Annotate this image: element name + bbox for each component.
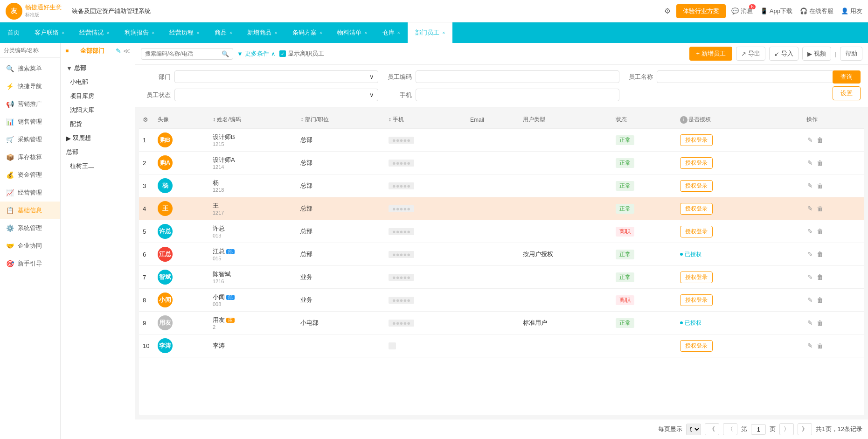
authorize-btn[interactable]: 授权登录: [680, 203, 713, 215]
col-dept[interactable]: ↕ 部门/职位: [297, 111, 384, 129]
delete-btn[interactable]: 🗑: [817, 136, 823, 144]
nav-profit[interactable]: 利润报告 ×: [117, 22, 162, 43]
video-button[interactable]: ▶ 视频: [802, 47, 831, 61]
dept-select[interactable]: ∨: [174, 70, 378, 83]
emp-name-input[interactable]: [657, 70, 861, 83]
delete-btn[interactable]: 🗑: [817, 159, 823, 167]
edit-btn[interactable]: ✎: [807, 273, 813, 281]
authorize-btn[interactable]: 授权登录: [680, 134, 713, 146]
delete-btn[interactable]: 🗑: [817, 228, 823, 235]
authorize-btn[interactable]: 授权登录: [680, 226, 713, 237]
employee-name: 杨: [213, 179, 293, 187]
delete-btn[interactable]: 🗑: [817, 205, 823, 212]
import-button[interactable]: ↙ 导入: [769, 47, 799, 61]
edit-btn[interactable]: ✎: [807, 296, 813, 304]
authorize-btn[interactable]: 授权登录: [680, 180, 713, 192]
dept-item-zongbu-parent[interactable]: ▼ 总部: [61, 61, 135, 75]
checkbox-icon: ✓: [279, 50, 286, 57]
sidebar-item-finance[interactable]: 💰资金管理: [0, 166, 60, 184]
first-page-btn[interactable]: 《: [705, 423, 719, 435]
col-name[interactable]: ↕ 姓名/编码: [209, 111, 297, 129]
reset-button[interactable]: 设置: [833, 86, 861, 100]
app-download-button[interactable]: 📱 App下载: [760, 7, 792, 15]
nav-warehouse[interactable]: 仓库 ×: [375, 22, 408, 43]
collapse-icon[interactable]: ≪: [123, 47, 130, 55]
online-service-button[interactable]: 🎧 在线客服: [800, 7, 833, 15]
authorize-btn[interactable]: 授权登录: [680, 272, 713, 283]
last-page-btn[interactable]: 》: [798, 423, 812, 435]
more-actions-icon[interactable]: |: [835, 50, 836, 57]
sidebar-item-basic[interactable]: 📋基础信息: [0, 202, 60, 219]
more-filter-btn[interactable]: ▼ 更多条件 ∧: [237, 49, 276, 58]
settings-icon[interactable]: ⚙: [664, 7, 671, 15]
col-phone[interactable]: ↕ 手机: [385, 111, 466, 129]
authorize-btn[interactable]: 授权登录: [680, 294, 713, 306]
sidebar-search-input[interactable]: [4, 47, 61, 54]
sidebar-item-operation[interactable]: 📈经营管理: [0, 184, 60, 202]
edit-dept-icon[interactable]: ✎: [116, 47, 121, 55]
nav-material[interactable]: 物料清单 ×: [330, 22, 375, 43]
sidebar-item-nav[interactable]: ⚡快捷导航: [0, 77, 60, 95]
dept-item-zongbu[interactable]: 总部: [61, 145, 135, 159]
user-button[interactable]: 👤 用友: [841, 7, 862, 15]
delete-btn[interactable]: 🗑: [817, 251, 823, 258]
nav-dept-staff[interactable]: 部门员工 ×: [408, 22, 452, 43]
nav-goods[interactable]: 商品 ×: [207, 22, 240, 43]
edit-btn[interactable]: ✎: [807, 342, 813, 349]
edit-btn[interactable]: ✎: [807, 205, 813, 212]
sidebar-item-system[interactable]: ⚙️系统管理: [0, 219, 60, 237]
nav-new-goods[interactable]: 新增商品 ×: [240, 22, 285, 43]
per-page-select[interactable]: 50 100: [686, 424, 701, 435]
delete-btn[interactable]: 🗑: [817, 273, 823, 281]
export-button[interactable]: ↗ 导出: [736, 47, 765, 61]
show-resigned-toggle[interactable]: ✓ 显示离职员工: [279, 49, 324, 58]
edit-btn[interactable]: ✎: [807, 182, 813, 189]
sidebar-item-marketing[interactable]: 📢营销推广: [0, 95, 60, 113]
content-area: 🔍 ▼ 更多条件 ∧ ✓ 显示离职员工 + 新增员工 ↗ 导出 ↙ 导入: [135, 43, 868, 439]
search-input[interactable]: [145, 50, 220, 57]
nav-history[interactable]: 经营历程 ×: [162, 22, 207, 43]
authorize-btn[interactable]: 授权登录: [680, 340, 713, 352]
sidebar-item-guide[interactable]: 🎯新手引导: [0, 255, 60, 272]
next-page-btn[interactable]: 〉: [779, 423, 794, 435]
col-gear[interactable]: ⚙: [139, 111, 154, 129]
try-button[interactable]: 体验行业方案: [676, 4, 726, 18]
add-employee-button[interactable]: + 新增员工: [689, 47, 732, 61]
nav-business[interactable]: 经营情况 ×: [72, 22, 117, 43]
delete-btn[interactable]: 🗑: [817, 182, 823, 189]
nav-customer[interactable]: 客户联络 ×: [27, 22, 72, 43]
dept-item-zhishu[interactable]: 植树王二: [61, 159, 135, 173]
search-submit-icon[interactable]: 🔍: [222, 50, 229, 57]
sidebar-item-inventory[interactable]: 📦库存核算: [0, 148, 60, 166]
delete-btn[interactable]: 🗑: [817, 319, 823, 327]
dept-item-shuanglu[interactable]: ▶ 双鹿想: [61, 131, 135, 145]
delete-btn[interactable]: 🗑: [817, 296, 823, 304]
current-page-input[interactable]: [751, 424, 766, 435]
dept-item-peihuo[interactable]: 配货: [61, 117, 135, 131]
emp-code-input[interactable]: [416, 70, 619, 83]
sidebar-item-sales[interactable]: 📊销售管理: [0, 113, 60, 131]
nav-home[interactable]: 首页: [0, 22, 27, 43]
edit-btn[interactable]: ✎: [807, 251, 813, 258]
dept-item-shenyang[interactable]: 沈阳大库: [61, 103, 135, 117]
message-button[interactable]: 💬 消息 6: [731, 7, 753, 15]
edit-btn[interactable]: ✎: [807, 136, 813, 144]
sidebar-item-purchase[interactable]: 🛒采购管理: [0, 131, 60, 148]
delete-btn[interactable]: 🗑: [817, 342, 823, 349]
sidebar-item-collab[interactable]: 🤝企业协同: [0, 237, 60, 255]
help-button[interactable]: 帮助: [840, 47, 862, 61]
row-name-cell: 杨 1218: [209, 174, 297, 197]
sidebar-item-search[interactable]: 🔍搜索菜单: [0, 60, 60, 77]
edit-btn[interactable]: ✎: [807, 159, 813, 167]
edit-btn[interactable]: ✎: [807, 319, 813, 327]
phone-input[interactable]: [416, 89, 619, 101]
nav-barcode[interactable]: 条码方案 ×: [285, 22, 330, 43]
prev-page-btn[interactable]: 〈: [723, 423, 737, 435]
dept-item-xiaodibu[interactable]: 小电部: [61, 75, 135, 89]
row-usertype-cell: [519, 266, 612, 289]
status-select[interactable]: ∨: [174, 89, 378, 101]
dept-item-project[interactable]: 项目库房: [61, 89, 135, 103]
search-button[interactable]: 查询: [833, 70, 861, 84]
edit-btn[interactable]: ✎: [807, 228, 813, 235]
authorize-btn[interactable]: 授权登录: [680, 157, 713, 169]
